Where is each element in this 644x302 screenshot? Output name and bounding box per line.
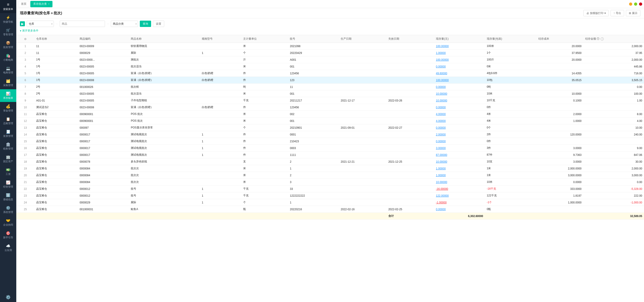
table-cell: 白色/奶橙 xyxy=(200,70,241,77)
table-cell[interactable]: 2.00000 xyxy=(434,131,485,138)
table-cell: 8.00 xyxy=(584,111,644,118)
table-cell[interactable]: 1.00000 xyxy=(434,50,485,56)
table-cell[interactable]: 10.00000 xyxy=(434,179,485,186)
sidebar-item-label: 系统管理 xyxy=(3,211,13,213)
settings-filter-button[interactable]: 设置 xyxy=(153,21,164,27)
export-button[interactable]: ↑ 导出 xyxy=(610,10,624,16)
expand-button[interactable]: ▶ xyxy=(20,21,25,26)
table-cell[interactable]: 87.00000 xyxy=(434,152,485,158)
table-cell: 3,000.0000 xyxy=(536,172,584,179)
table-cell[interactable]: 0.00000 xyxy=(434,138,485,145)
expand-more-conditions[interactable]: ▾ 展开更多条件 xyxy=(20,29,38,33)
table-cell[interactable]: 4.00000 xyxy=(434,118,485,124)
sidebar-item-cloud[interactable]: ☁️ 云应用 xyxy=(0,241,16,254)
table-cell[interactable]: 4.00000 xyxy=(434,111,485,118)
table-cell: 14 xyxy=(16,131,34,138)
sidebar-item-quicknav[interactable]: ⚡ 快捷导航 xyxy=(0,13,16,26)
table-cell: 千克 xyxy=(241,97,288,104)
table-cell[interactable]: 10.00000 xyxy=(434,97,485,104)
category-select[interactable]: 商品分类 xyxy=(111,21,138,27)
table-cell: 晶宝粮仓 xyxy=(34,152,78,158)
close-button[interactable] xyxy=(639,3,642,6)
table-cell: 122千克 xyxy=(485,192,536,199)
table-cell: 2022-02-25 xyxy=(386,206,434,213)
table-cell: 1111 xyxy=(288,152,339,158)
total-cell xyxy=(78,213,129,220)
minimize-button[interactable] xyxy=(629,3,632,6)
table-row: 24晶宝粮仓0000029展际1个1-1.00000-1个1,000.0000-… xyxy=(16,199,644,206)
sidebar-item-payroll[interactable]: 💵 工资 xyxy=(0,165,16,178)
sidebar-item-tax[interactable]: 🏛️ 税务管理 xyxy=(0,140,16,153)
table-cell[interactable]: 10.00000 xyxy=(434,158,485,165)
sidebar-item-collab[interactable]: 🤝 企业协同 xyxy=(0,216,16,229)
sidebar-item-inventory[interactable]: 📊 库存核算 xyxy=(0,89,16,102)
table-cell: 20.0000 xyxy=(536,43,584,50)
table-cell[interactable]: 100.00000 xyxy=(434,43,485,50)
sidebar-settings[interactable]: ⚙️ xyxy=(0,292,16,302)
table-row: 23晶宝粮仓0000012批号1千克1222222222122.00000122… xyxy=(16,192,644,199)
sidebar-item-label: 总账管理 xyxy=(3,122,13,125)
tab-close-icon[interactable]: × xyxy=(48,3,50,5)
sidebar-item-assets[interactable]: 🏢 固定资产 xyxy=(0,153,16,165)
search-button[interactable]: 查询 xyxy=(140,21,151,27)
table-cell: 1 xyxy=(200,192,241,199)
export-label: 导出 xyxy=(616,11,621,15)
table-row: 82号0023-00005批次适当米00110.0000010米10.00001… xyxy=(16,90,644,97)
sidebar-item-ecommerce[interactable]: 💻 电商管理 xyxy=(0,64,16,77)
sidebar-item-label: 批发管理 xyxy=(3,46,13,49)
table-cell: 5 xyxy=(16,70,34,77)
product-input[interactable] xyxy=(60,21,105,27)
amount-info-icon[interactable]: i xyxy=(600,37,604,41)
table-cell[interactable]: 100.00000 xyxy=(434,56,485,63)
maximize-button[interactable] xyxy=(634,3,637,6)
table-cell: 个 xyxy=(241,50,288,56)
sidebar-item-mgmt[interactable]: 📈 经营管理 xyxy=(0,178,16,191)
sidebar-item-retail[interactable]: 🛒 零售管理 xyxy=(0,26,16,39)
table-cell[interactable]: 0.00000 xyxy=(434,206,485,213)
table-cell xyxy=(200,63,241,70)
table-cell xyxy=(339,165,386,172)
table-cell[interactable]: -1.00000 xyxy=(434,199,485,206)
table-cell[interactable]: 1.00000 xyxy=(434,165,485,172)
sidebar-item-system[interactable]: ⚙️ 系统管理 xyxy=(0,203,16,216)
table-cell: 10.0000 xyxy=(536,90,584,97)
table-cell: 米 xyxy=(241,111,288,118)
toggle-button[interactable]: ⊞ 展示 xyxy=(626,10,640,16)
table-cell xyxy=(584,206,644,213)
table-cell[interactable]: 49.60000 xyxy=(434,70,485,77)
table-cell[interactable]: 100.00000 xyxy=(434,77,485,84)
sidebar-item-base[interactable]: ℹ️ 基础信息 xyxy=(0,191,16,203)
table-cell[interactable]: 122.00000 xyxy=(434,192,485,199)
sidebar-item-mini[interactable]: 🛍️ 小鹅电商 xyxy=(0,51,16,64)
table-cell: 100斤 xyxy=(485,56,536,63)
table-cell: 2号 xyxy=(34,90,78,97)
print-button[interactable]: 🖨 按模版打印 ▾ xyxy=(584,10,609,16)
table-cell: 0米 xyxy=(485,63,536,70)
table-cell[interactable]: 0.00000 xyxy=(434,124,485,131)
table-cell: 0000084 xyxy=(78,172,129,179)
tab-home[interactable]: 首页 xyxy=(18,1,30,7)
tab-inventory-batch[interactable]: 库存批次查 × xyxy=(30,1,52,7)
table-cell[interactable]: 0.00000 xyxy=(434,104,485,111)
table-cell[interactable]: 0.00000 xyxy=(434,84,485,90)
sidebar-item-purchase[interactable]: 🗂️ 采购管理 xyxy=(0,77,16,89)
sidebar-item-newguide[interactable]: 🎯 新手引导 xyxy=(0,229,16,241)
table-cell: 0000078 xyxy=(78,158,129,165)
sidebar-logo[interactable]: ≡ 搜索菜单 xyxy=(0,0,16,13)
sidebar-item-wholesale[interactable]: 📦 批发管理 xyxy=(0,39,16,51)
table-cell: 120.0000 xyxy=(536,131,584,138)
table-cell[interactable]: 10.00000 xyxy=(434,90,485,97)
table-cell: 0瓶 xyxy=(485,206,536,213)
warehouse-select[interactable]: 仓库 xyxy=(27,21,54,27)
sidebar-item-finance[interactable]: 💰 资金管理 xyxy=(0,102,16,115)
sidebar-item-general[interactable]: 📋 总账管理 xyxy=(0,115,16,127)
table-cell[interactable]: 3.00000 xyxy=(434,145,485,152)
table-cell: 13 xyxy=(16,124,34,131)
table-cell[interactable]: -16.00000 xyxy=(434,186,485,192)
search-label: 查询 xyxy=(143,22,148,26)
table-cell[interactable]: 0.00000 xyxy=(434,63,485,70)
sidebar-item-label: 新手引导 xyxy=(3,236,13,239)
total-cell: 合计 xyxy=(386,213,434,220)
table-cell[interactable]: 1.00000 xyxy=(434,172,485,179)
sidebar-item-invoice[interactable]: 🧾 发票管理 xyxy=(0,127,16,140)
